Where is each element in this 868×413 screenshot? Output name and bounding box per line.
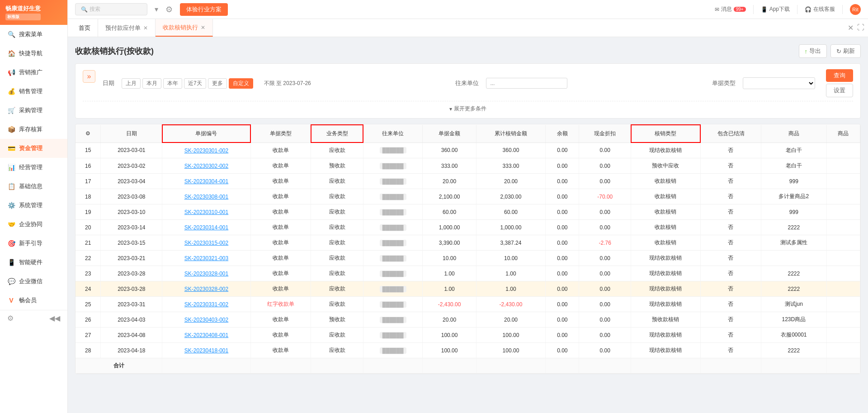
- cell-sn[interactable]: SK-20230403-002: [162, 312, 250, 328]
- cell-biz-type: 预收款: [311, 158, 363, 174]
- date-btn-prev-month[interactable]: 上月: [122, 78, 141, 89]
- sn-link[interactable]: SK-20230304-001: [184, 178, 228, 185]
- sidebar-item-operation[interactable]: 📊 经营管理: [0, 158, 67, 177]
- setting-button[interactable]: 设置: [826, 84, 853, 97]
- cell-product2: [826, 174, 860, 189]
- expand-window-icon[interactable]: ⛶: [857, 24, 864, 32]
- partner-input[interactable]: [486, 78, 567, 89]
- cell-sn[interactable]: SK-20230328-001: [162, 266, 250, 281]
- service-item[interactable]: 🎧 在线客服: [805, 5, 835, 13]
- cell-sn[interactable]: SK-20230304-001: [162, 174, 250, 189]
- settings-icon[interactable]: ⚙: [7, 314, 14, 323]
- cell-cash-discount: -2.76: [579, 235, 631, 251]
- sidebar-item-wechat[interactable]: 💬 企业微信: [0, 272, 67, 291]
- sidebar-item-basic[interactable]: 📋 基础信息: [0, 177, 67, 196]
- expand-more-btn[interactable]: ▾ 展开更多条件: [83, 101, 853, 113]
- sidebar-item-marketing[interactable]: 📢 营销推广: [0, 63, 67, 82]
- tab-home[interactable]: 首页: [71, 19, 98, 37]
- sn-link[interactable]: SK-20230321-003: [184, 255, 228, 261]
- filter-expand-left-btn[interactable]: »: [83, 70, 95, 83]
- cell-order-type: 收款单: [250, 158, 311, 174]
- cell-sn[interactable]: SK-20230302-002: [162, 158, 250, 174]
- filter-area: » 日期 上月 本月 本年 近7天 更多 自定义 不限 至 2023-07: [75, 63, 861, 119]
- tab-collection-close[interactable]: ✕: [201, 24, 205, 31]
- sidebar-item-search[interactable]: 🔍 搜索菜单: [0, 25, 67, 44]
- cell-sn[interactable]: SK-20230408-001: [162, 328, 250, 343]
- cell-sn[interactable]: SK-20230331-002: [162, 297, 250, 312]
- sidebar-item-finance[interactable]: 💳 资金管理: [0, 139, 67, 158]
- sidebar-item-inventory[interactable]: 📦 库存核算: [0, 120, 67, 139]
- topbar-dropdown-icon[interactable]: ▾: [155, 5, 158, 14]
- sidebar-item-member[interactable]: V 畅会员: [0, 291, 67, 310]
- sn-link[interactable]: SK-20230408-001: [184, 332, 228, 338]
- sidebar-item-corp[interactable]: 🤝 企业协同: [0, 215, 67, 234]
- cell-include-settled: 否: [700, 220, 761, 235]
- page-title: 收款核销执行(按收款): [75, 46, 154, 57]
- sn-link[interactable]: SK-20230418-001: [184, 347, 228, 354]
- date-btn-7days[interactable]: 近7天: [184, 78, 206, 89]
- refresh-button[interactable]: ↻ 刷新: [830, 44, 861, 58]
- cell-include-settled: 否: [700, 174, 761, 189]
- cell-balance: 0.00: [546, 235, 579, 251]
- user-avatar-item[interactable]: Rit: [850, 4, 861, 15]
- cell-product: 2222: [761, 220, 827, 235]
- date-btn-more[interactable]: 更多: [208, 78, 227, 89]
- cell-balance: 0.00: [546, 251, 579, 266]
- topbar-gear-icon[interactable]: ⚙: [165, 5, 173, 14]
- cell-sn[interactable]: SK-20230328-002: [162, 281, 250, 297]
- search-icon: 🔍: [7, 30, 15, 38]
- message-item[interactable]: ✉ 消息 99+: [715, 5, 746, 13]
- cell-verified: 1,000.00: [476, 220, 545, 235]
- sn-link[interactable]: SK-20230314-001: [184, 224, 228, 231]
- solution-button[interactable]: 体验行业方案: [180, 3, 228, 16]
- sn-link[interactable]: SK-20230331-002: [184, 301, 228, 308]
- close-window-icon[interactable]: ✕: [848, 24, 854, 32]
- tab-prepay[interactable]: 预付款应付单 ✕: [98, 19, 156, 37]
- sn-link[interactable]: SK-20230308-001: [184, 194, 228, 200]
- cell-sn[interactable]: SK-20230301-002: [162, 142, 250, 158]
- table-row: 172023-03-04SK-20230304-001收款单应收款██████2…: [75, 174, 860, 189]
- cell-verified: -2,430.00: [476, 297, 545, 312]
- tab-prepay-close[interactable]: ✕: [143, 25, 148, 31]
- cell-cash-discount: 0.00: [579, 174, 631, 189]
- sidebar-item-hardware[interactable]: 📱 智能硬件: [0, 253, 67, 272]
- export-button[interactable]: ↑ 导出: [799, 44, 827, 58]
- cell-cancel-type: 收款核销: [631, 220, 700, 235]
- date-btn-custom[interactable]: 自定义: [229, 78, 253, 89]
- date-btn-this-year[interactable]: 本年: [163, 78, 182, 89]
- cell-sn[interactable]: SK-20230418-001: [162, 343, 250, 358]
- topbar-search[interactable]: 🔍 搜索: [75, 3, 147, 15]
- cell-date: 2023-03-14: [101, 220, 162, 235]
- th-partner: 往来单位: [363, 125, 423, 142]
- app-download-item[interactable]: 📱 App下载: [761, 5, 790, 13]
- sn-link[interactable]: SK-20230310-001: [184, 209, 228, 215]
- query-button[interactable]: 查询: [826, 69, 853, 82]
- sn-link[interactable]: SK-20230328-001: [184, 271, 228, 277]
- data-table: ⚙ 日期 单据编号 单据类型 业务类型 往来单位 单据金额 累计核销金额 余额 …: [75, 124, 860, 374]
- cell-cancel-type: 预收中应收: [631, 158, 700, 174]
- cell-sn[interactable]: SK-20230315-002: [162, 235, 250, 251]
- cell-amount: 333.00: [423, 158, 476, 174]
- sidebar-item-guide[interactable]: 🎯 新手引导: [0, 234, 67, 253]
- table-row: 242023-03-28SK-20230328-002收款单应收款██████1…: [75, 281, 860, 297]
- sn-link[interactable]: SK-20230301-002: [184, 147, 228, 154]
- sidebar-item-sales[interactable]: 💰 销售管理: [0, 82, 67, 101]
- sn-link[interactable]: SK-20230328-002: [184, 286, 228, 292]
- collapse-icon[interactable]: ◀◀: [49, 314, 60, 323]
- sn-link[interactable]: SK-20230302-002: [184, 163, 228, 169]
- cell-seq: 21: [75, 235, 101, 251]
- order-type-select[interactable]: [743, 77, 815, 89]
- cell-sn[interactable]: SK-20230314-001: [162, 220, 250, 235]
- cell-sn[interactable]: SK-20230310-001: [162, 204, 250, 220]
- footer-amount: [423, 358, 476, 374]
- cell-sn[interactable]: SK-20230321-003: [162, 251, 250, 266]
- sidebar-item-system[interactable]: ⚙️ 系统管理: [0, 196, 67, 215]
- sn-link[interactable]: SK-20230315-002: [184, 240, 228, 246]
- sn-link[interactable]: SK-20230403-002: [184, 317, 228, 323]
- sidebar-item-purchase[interactable]: 🛒 采购管理: [0, 101, 67, 120]
- cell-product2: [826, 297, 860, 312]
- cell-sn[interactable]: SK-20230308-001: [162, 189, 250, 204]
- tab-collection[interactable]: 收款核销执行 ✕: [156, 19, 213, 37]
- sidebar-item-shortcut[interactable]: 🏠 快捷导航: [0, 44, 67, 63]
- date-btn-this-month[interactable]: 本月: [142, 78, 161, 89]
